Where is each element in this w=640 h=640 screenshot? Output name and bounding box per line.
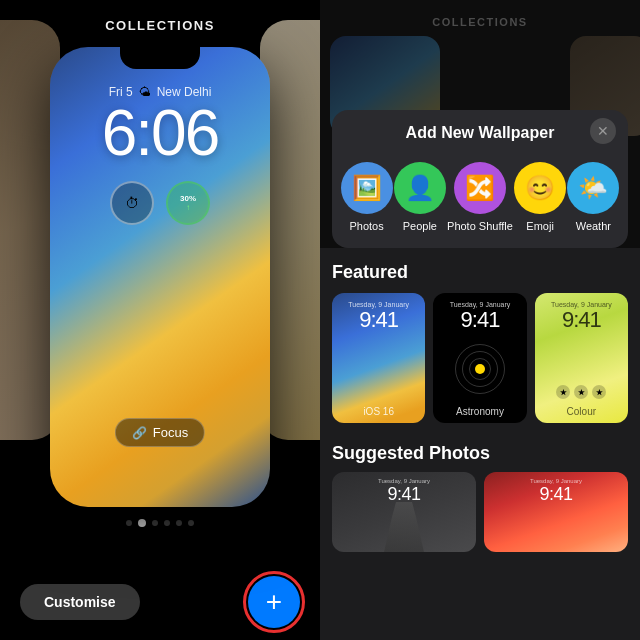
- people-icon-circle: 👤: [394, 162, 446, 214]
- ios16-label: iOS 16: [332, 406, 425, 417]
- colour-label: Colour: [535, 406, 628, 417]
- featured-title: Featured: [332, 262, 628, 283]
- dot-4: [164, 520, 170, 526]
- add-button-ring: [243, 571, 305, 633]
- bottom-bar: Customise +: [20, 576, 300, 628]
- phone-time: 6:06: [102, 101, 219, 165]
- dot-6: [188, 520, 194, 526]
- dot-5: [176, 520, 182, 526]
- featured-section: Featured Tuesday, 9 January 9:41 iOS 16 …: [320, 248, 640, 433]
- suggested-card-2[interactable]: Tuesday, 9 January 9:41: [484, 472, 628, 552]
- add-wallpaper-modal: Add New Wallpaper ✕ 🖼️ Photos 👤 People: [332, 110, 628, 248]
- phone-notch: [120, 47, 200, 69]
- featured-cards-row: Tuesday, 9 January 9:41 iOS 16 Tuesday, …: [332, 293, 628, 423]
- solar-system: [450, 319, 510, 399]
- people-label: People: [403, 220, 437, 232]
- sug-1-time: 9:41: [332, 484, 476, 505]
- customise-button[interactable]: Customise: [20, 584, 140, 620]
- colour-widget-1: ⭑: [556, 385, 570, 399]
- colour-time: 9:41: [535, 308, 628, 332]
- option-people[interactable]: 👤 People: [394, 162, 446, 232]
- suggested-title: Suggested Photos: [332, 443, 628, 464]
- person-silhouette: [384, 502, 424, 552]
- dot-1: [126, 520, 132, 526]
- weather-option-label: Weathr: [576, 220, 611, 232]
- colour-widget-2: ⭑: [574, 385, 588, 399]
- suggested-1-overlay: Tuesday, 9 January 9:41: [332, 478, 476, 505]
- focus-pill: 🔗 Focus: [115, 418, 205, 447]
- focus-label: Focus: [153, 425, 188, 440]
- emoji-icon-circle: 😊: [514, 162, 566, 214]
- shuffle-icon: 🔀: [465, 174, 495, 202]
- modal-overlay: Add New Wallpaper ✕ 🖼️ Photos 👤 People: [320, 0, 640, 640]
- dot-2-active: [138, 519, 146, 527]
- phone-frame: Fri 5 🌤 New Delhi 6:06 ⏱ 30% ↑: [50, 47, 270, 507]
- add-button-wrapper: +: [248, 576, 300, 628]
- colour-time-overlay: Tuesday, 9 January 9:41: [535, 301, 628, 332]
- modal-title: Add New Wallpaper: [406, 124, 555, 142]
- suggested-section: Suggested Photos Tuesday, 9 January 9:41…: [320, 433, 640, 640]
- photos-icon: 🖼️: [352, 174, 382, 202]
- suggested-2-overlay: Tuesday, 9 January 9:41: [484, 478, 628, 505]
- colour-widget-3: ⭑: [592, 385, 606, 399]
- dot-3: [152, 520, 158, 526]
- emoji-label: Emoji: [526, 220, 554, 232]
- wallpaper-options-row: 🖼️ Photos 👤 People 🔀 Photo Shuffle: [332, 152, 628, 248]
- orbit-3: [455, 344, 505, 394]
- focus-overlay: 🔗 Focus: [115, 418, 205, 447]
- option-photo-shuffle[interactable]: 🔀 Photo Shuffle: [447, 162, 513, 232]
- ios16-time-overlay: Tuesday, 9 January 9:41: [332, 301, 425, 332]
- featured-card-ios16[interactable]: Tuesday, 9 January 9:41 iOS 16: [332, 293, 425, 423]
- colour-widgets: ⭑ ⭑ ⭑: [535, 385, 628, 399]
- battery-text: 30%: [180, 194, 196, 203]
- astronomy-label: Astronomy: [433, 406, 526, 417]
- option-photos[interactable]: 🖼️ Photos: [341, 162, 393, 232]
- emoji-icon: 😊: [525, 174, 555, 202]
- featured-card-colour[interactable]: Tuesday, 9 January 9:41 ⭑ ⭑ ⭑ Colour: [535, 293, 628, 423]
- photos-icon-circle: 🖼️: [341, 162, 393, 214]
- phone-preview: Fri 5 🌤 New Delhi 6:06 ⏱ 30% ↑: [50, 47, 270, 507]
- photos-label: Photos: [349, 220, 383, 232]
- right-panel: COLLECTIONS Add New Wallpaper ✕ 🖼️ Photo…: [320, 0, 640, 640]
- widget-timer: ⏱: [110, 181, 154, 225]
- collections-title-left: COLLECTIONS: [105, 18, 215, 33]
- modal-header: Add New Wallpaper ✕: [332, 110, 628, 152]
- option-emoji[interactable]: 😊 Emoji: [514, 162, 566, 232]
- ios16-time: 9:41: [332, 308, 425, 332]
- weather-option-icon: 🌤️: [578, 174, 608, 202]
- option-weather[interactable]: 🌤️ Weathr: [567, 162, 619, 232]
- people-icon: 👤: [405, 174, 435, 202]
- widget-battery: 30% ↑: [166, 181, 210, 225]
- left-panel: COLLECTIONS Fri 5 🌤 New Delhi 6:06 ⏱ 30%: [0, 0, 320, 640]
- photo-shuffle-label: Photo Shuffle: [447, 220, 513, 232]
- featured-card-astronomy[interactable]: Tuesday, 9 January 9:41 Astronomy: [433, 293, 526, 423]
- suggested-card-1[interactable]: Tuesday, 9 January 9:41: [332, 472, 476, 552]
- sug-2-time: 9:41: [484, 484, 628, 505]
- modal-close-button[interactable]: ✕: [590, 118, 616, 144]
- suggested-cards-row: Tuesday, 9 January 9:41 Tuesday, 9 Janua…: [332, 472, 628, 552]
- photo-shuffle-icon-circle: 🔀: [454, 162, 506, 214]
- phone-widgets: ⏱ 30% ↑: [110, 181, 210, 225]
- page-dots: [126, 519, 194, 527]
- timer-icon: ⏱: [125, 195, 139, 211]
- weather-option-icon-circle: 🌤️: [567, 162, 619, 214]
- focus-link-icon: 🔗: [132, 426, 147, 440]
